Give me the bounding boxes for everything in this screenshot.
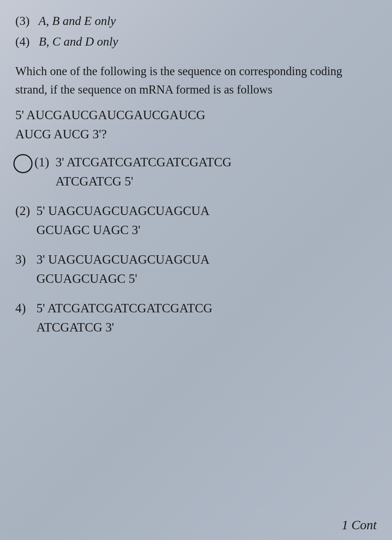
answer-4-line1: 5' ATCGATCGATCGATCGATCG — [36, 301, 212, 315]
answer-2-number: (2) — [15, 202, 36, 221]
answer-option-1: (1) 3' ATCGATCGATCGATCGATCG ATCGATCG 5' — [15, 153, 377, 191]
answer-option-3: 3) 3' UAGCUAGCUAGCUAGCUA GCUAGCUAGC 5' — [15, 250, 377, 288]
answer-option-4: 4) 5' ATCGATCGATCGATCGATCG ATCGATCG 3' — [15, 299, 377, 337]
prev-option-3-number: (3) — [15, 14, 29, 28]
answer-1-label: (1) 3' ATCGATCGATCGATCGATCG ATCGATCG 5' — [15, 153, 377, 191]
answer-3-content: 3' UAGCUAGCUAGCUAGCUA GCUAGCUAGC 5' — [36, 250, 209, 288]
answer-1-line1: 3' ATCGATCGATCGATCGATCG — [56, 155, 232, 169]
answer-4-line2: ATCGATCG 3' — [36, 318, 212, 337]
prev-options-section: (3) A, B and E only (4) B, C and D only — [15, 11, 377, 51]
answer-4-label: 4) 5' ATCGATCGATCGATCGATCG ATCGATCG 3' — [15, 299, 377, 337]
answer-1-number: (1) — [34, 153, 56, 172]
cont-label: 1 Cont — [341, 518, 377, 532]
mrna-line1: 5' AUCGAUCGAUCGAUCGAUCG — [15, 106, 377, 125]
prev-option-4-text: B, C and D only — [39, 34, 118, 48]
answer-4-number: 4) — [15, 299, 36, 318]
question-text: Which one of the following is the sequen… — [15, 62, 377, 99]
mrna-sequence: 5' AUCGAUCGAUCGAUCGAUCG AUCG AUCG 3'? — [15, 106, 377, 144]
answer-2-line2: GCUAGC UAGC 3' — [36, 221, 209, 240]
answer-3-label: 3) 3' UAGCUAGCUAGCUAGCUA GCUAGCUAGC 5' — [15, 250, 377, 288]
prev-option-3-text: A, B and E only — [39, 14, 116, 28]
prev-option-3: (3) A, B and E only — [15, 11, 377, 30]
mrna-line2: AUCG AUCG 3'? — [15, 125, 377, 144]
answer-2-line1: 5' UAGCUAGCUAGCUAGCUA — [36, 204, 209, 218]
circle-marker-1 — [13, 154, 33, 173]
answer-option-2: (2) 5' UAGCUAGCUAGCUAGCUA GCUAGC UAGC 3' — [15, 202, 377, 240]
answer-1-content: 3' ATCGATCGATCGATCGATCG ATCGATCG 5' — [56, 153, 232, 191]
answer-3-line1: 3' UAGCUAGCUAGCUAGCUA — [36, 253, 209, 266]
answer-3-line2: GCUAGCUAGC 5' — [36, 269, 209, 289]
answer-3-number: 3) — [15, 250, 36, 269]
prev-option-4: (4) B, C and D only — [15, 32, 377, 51]
answer-4-content: 5' ATCGATCGATCGATCGATCG ATCGATCG 3' — [36, 299, 212, 337]
answer-2-content: 5' UAGCUAGCUAGCUAGCUA GCUAGC UAGC 3' — [36, 202, 209, 240]
answer-1-line2: ATCGATCG 5' — [56, 172, 232, 191]
page-container: (3) A, B and E only (4) B, C and D only … — [0, 0, 392, 540]
answer-2-label: (2) 5' UAGCUAGCUAGCUAGCUA GCUAGC UAGC 3' — [15, 202, 377, 240]
prev-option-4-number: (4) — [15, 34, 29, 48]
